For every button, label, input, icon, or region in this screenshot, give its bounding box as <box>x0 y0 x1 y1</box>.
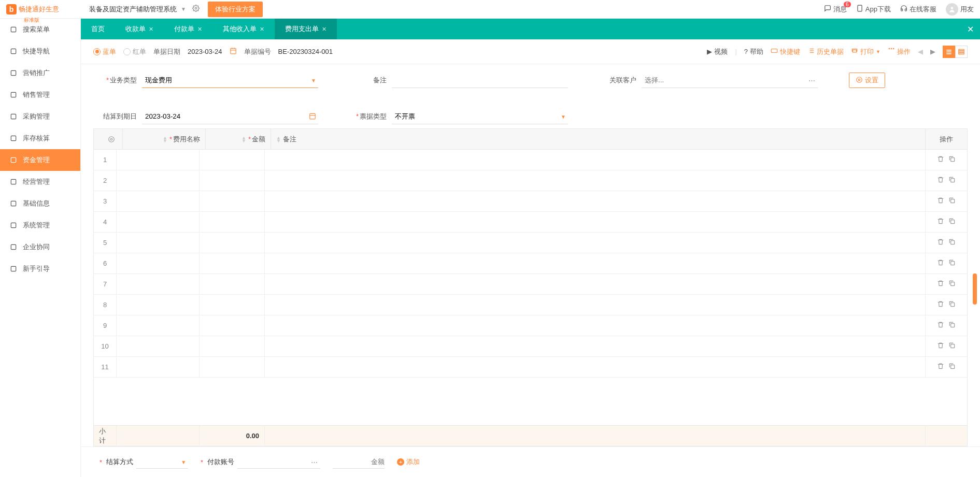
doc-date-value[interactable]: 2023-03-24 <box>188 48 222 55</box>
table-row[interactable]: 3 <box>94 191 967 212</box>
delete-icon[interactable] <box>937 321 944 330</box>
col-amount[interactable]: ▲▼*金额 <box>206 129 271 149</box>
sidebar-item-4[interactable]: 采购管理 <box>0 106 80 127</box>
table-row[interactable]: 5 <box>94 233 967 253</box>
invoice-type-select[interactable] <box>392 109 568 124</box>
cell-name[interactable] <box>117 233 200 253</box>
sidebar-item-1[interactable]: 快捷导航 <box>0 40 80 62</box>
table-row[interactable]: 8 <box>94 295 967 315</box>
cell-name[interactable] <box>117 357 200 377</box>
ellipsis-icon[interactable]: ⋯ <box>311 458 318 466</box>
cell-amount[interactable] <box>200 150 265 170</box>
sidebar-item-2[interactable]: 营销推广 <box>0 62 80 84</box>
messages-button[interactable]: 消息 6 <box>824 5 847 14</box>
red-doc-radio[interactable]: 红单 <box>123 47 146 56</box>
cell-amount[interactable] <box>200 357 265 377</box>
col-expense-name[interactable]: ▲▼*费用名称 <box>123 129 206 149</box>
settle-date-input[interactable] <box>142 109 318 124</box>
print-button[interactable]: 打印 ▼ <box>851 47 880 56</box>
prev-icon[interactable]: ◀ <box>918 48 923 55</box>
sidebar-item-11[interactable]: 新手引导 <box>0 258 80 280</box>
tab-0[interactable]: 首页 <box>81 19 115 39</box>
biz-type-select[interactable] <box>142 73 318 88</box>
remark-input[interactable] <box>392 73 568 88</box>
copy-icon[interactable] <box>948 280 956 288</box>
delete-icon[interactable] <box>937 176 944 185</box>
blue-doc-radio[interactable]: 蓝单 <box>93 47 116 56</box>
copy-icon[interactable] <box>948 363 956 371</box>
table-row[interactable]: 6 <box>94 253 967 274</box>
table-row[interactable]: 1 <box>94 150 967 170</box>
cell-remark[interactable] <box>265 233 926 253</box>
system-selector[interactable]: 装备及固定资产辅助管理系统 ▼ <box>89 5 186 14</box>
table-row[interactable]: 7 <box>94 274 967 295</box>
sidebar-item-9[interactable]: 系统管理 <box>0 214 80 236</box>
delete-icon[interactable] <box>937 218 944 226</box>
close-icon[interactable]: ✕ <box>197 26 202 33</box>
customer-select[interactable] <box>642 73 818 88</box>
app-download-button[interactable]: App下载 <box>856 5 891 14</box>
cell-name[interactable] <box>117 315 200 336</box>
tab-1[interactable]: 收款单✕ <box>115 19 164 39</box>
delete-icon[interactable] <box>937 342 944 351</box>
cell-remark[interactable] <box>265 295 926 315</box>
sidebar-item-7[interactable]: 经营管理 <box>0 171 80 193</box>
pay-account-select[interactable] <box>237 455 320 469</box>
cell-remark[interactable] <box>265 150 926 170</box>
settings-gear-icon[interactable] <box>192 5 200 13</box>
cell-amount[interactable] <box>200 336 265 356</box>
scrollbar-thumb[interactable] <box>973 273 977 305</box>
cell-amount[interactable] <box>200 191 265 211</box>
ellipsis-icon[interactable]: ⋯ <box>808 77 816 84</box>
cell-name[interactable] <box>117 150 200 170</box>
cta-button[interactable]: 体验行业方案 <box>208 2 263 17</box>
delete-icon[interactable] <box>937 197 944 206</box>
cell-amount[interactable] <box>200 233 265 253</box>
copy-icon[interactable] <box>948 259 956 268</box>
add-button[interactable]: + 添加 <box>397 457 420 467</box>
settle-method-select[interactable] <box>136 455 188 469</box>
cell-remark[interactable] <box>265 274 926 294</box>
copy-icon[interactable] <box>948 197 956 206</box>
cell-name[interactable] <box>117 170 200 191</box>
calendar-icon[interactable] <box>230 47 237 56</box>
cell-amount[interactable] <box>200 170 265 191</box>
tab-2[interactable]: 付款单✕ <box>164 19 212 39</box>
view-form-button[interactable] <box>943 46 955 58</box>
video-button[interactable]: ▶ 视频 <box>707 47 728 56</box>
next-icon[interactable]: ▶ <box>930 48 935 55</box>
cell-remark[interactable] <box>265 170 926 191</box>
user-menu[interactable]: 用友 <box>946 3 974 16</box>
delete-icon[interactable] <box>937 363 944 371</box>
settings-button[interactable]: 设置 <box>849 73 885 88</box>
operate-button[interactable]: 操作 <box>888 47 911 56</box>
close-icon[interactable]: ✕ <box>149 26 153 33</box>
table-row[interactable]: 4 <box>94 212 967 233</box>
table-row[interactable]: 10 <box>94 336 967 357</box>
cell-amount[interactable] <box>200 212 265 232</box>
cell-amount[interactable] <box>200 253 265 273</box>
sidebar-item-0[interactable]: 搜索菜单 <box>0 19 80 40</box>
delete-icon[interactable] <box>937 280 944 288</box>
copy-icon[interactable] <box>948 342 956 351</box>
copy-icon[interactable] <box>948 176 956 185</box>
history-button[interactable]: 历史单据 <box>807 47 844 56</box>
online-service-button[interactable]: 在线客服 <box>900 5 936 14</box>
delete-icon[interactable] <box>937 155 944 164</box>
cell-name[interactable] <box>117 274 200 294</box>
cell-name[interactable] <box>117 212 200 232</box>
cell-remark[interactable] <box>265 315 926 336</box>
tab-3[interactable]: 其他收入单✕ <box>212 19 275 39</box>
copy-icon[interactable] <box>948 218 956 226</box>
sidebar-item-3[interactable]: 销售管理 <box>0 84 80 106</box>
amount-input[interactable] <box>333 455 385 469</box>
table-row[interactable]: 2 <box>94 170 967 191</box>
sidebar-item-8[interactable]: 基础信息 <box>0 193 80 214</box>
cell-amount[interactable] <box>200 274 265 294</box>
table-settings-icon[interactable] <box>100 129 123 149</box>
close-all-tabs-icon[interactable]: ✕ <box>967 24 974 34</box>
col-remark[interactable]: ▲▼备注 <box>271 129 926 149</box>
copy-icon[interactable] <box>948 300 956 309</box>
tab-4[interactable]: 费用支出单✕ <box>275 19 337 39</box>
cell-remark[interactable] <box>265 253 926 273</box>
